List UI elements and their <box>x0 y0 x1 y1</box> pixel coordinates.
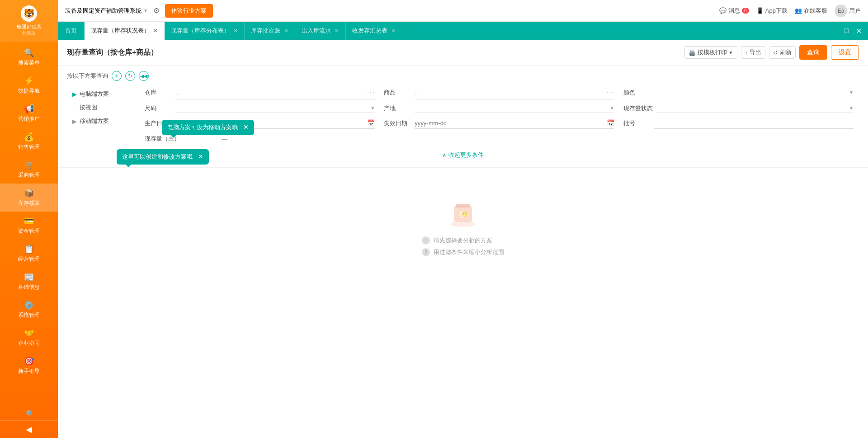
sidebar-item-finance[interactable]: 💳 资金管理 <box>0 212 58 240</box>
sidebar-item-purchase[interactable]: 🛒 采购管理 <box>0 155 58 184</box>
empty-steps: 1 请先选择要分析的方案 2 用过滤条件来缩小分析范围 <box>422 236 504 256</box>
sidebar-item-label: 营销推广 <box>18 115 40 123</box>
reset-btn[interactable]: 设置 <box>831 45 859 60</box>
search-icon: 🔍 <box>24 48 34 58</box>
tooltip-close-btn[interactable]: ✕ <box>243 123 249 131</box>
empty-illustration: 😶 <box>445 195 481 231</box>
dots-icon: ⋯ <box>606 87 614 97</box>
collapse-up-icon: ∧ <box>442 152 447 159</box>
tooltip-close-btn[interactable]: ✕ <box>198 153 203 160</box>
scheme-label: 电脑端方案 <box>80 90 109 98</box>
app-download-btn[interactable]: 📱 App下载 <box>756 7 788 15</box>
messages-btn[interactable]: 💬 消息 6 <box>719 7 749 15</box>
color-select[interactable]: ▼ <box>654 88 854 97</box>
warehouse-select[interactable]: ... ⋯ <box>175 85 375 99</box>
cooperation-icon: 🤝 <box>24 328 34 338</box>
sidebar-item-basic-info[interactable]: 📰 基础信息 <box>0 268 58 296</box>
user-btn[interactable]: Ea 用户 <box>835 5 861 17</box>
scheme-arrow-icon: ▶ <box>72 118 77 125</box>
tab-label: 现存量（库存分布表） <box>171 27 230 35</box>
tab-home[interactable]: 首页 <box>58 22 85 40</box>
scheme-item-mobile[interactable]: ▶ 移动端方案 <box>67 114 139 128</box>
support-btn[interactable]: 👥 在线客服 <box>795 7 827 15</box>
sidebar-item-label: 系统管理 <box>18 311 40 319</box>
query-btn[interactable]: 查询 <box>799 45 827 60</box>
sidebar-settings-btn[interactable]: ⚙️ <box>0 405 58 420</box>
header-actions: 💬 消息 6 📱 App下载 👥 在线客服 Ea 用户 <box>719 5 861 17</box>
collapse-icon: ◀ <box>26 424 32 434</box>
filter-section: 按以下方案查询 ＋ ↻ ◀◀ ▶ 电脑端方案 按视图 <box>58 66 868 168</box>
dots-icon: ⋯ <box>367 87 375 97</box>
tab-in-out-flow[interactable]: 出入库流水 ✕ <box>295 22 346 40</box>
scheme-sub-label: 按视图 <box>80 104 97 112</box>
sidebar-item-inventory[interactable]: 📦 库存核算 <box>0 184 58 212</box>
scheme-arrow-icon: ▶ <box>72 91 77 98</box>
filter-exp-date: 失效日期 📅 <box>384 118 614 129</box>
refresh-btn[interactable]: ↺ 刷新 <box>769 46 796 59</box>
print-btn[interactable]: 🖨️ 按模板打印 ▼ <box>684 46 737 59</box>
tab-inventory-dist[interactable]: 现存量（库存分布表） ✕ <box>165 22 245 40</box>
tab-close-icon[interactable]: ✕ <box>391 28 396 34</box>
sidebar-item-marketing[interactable]: 📢 营销推广 <box>0 99 58 127</box>
add-scheme-btn[interactable]: ＋ <box>112 71 122 81</box>
refresh-scheme-btn[interactable]: ↻ <box>125 71 135 81</box>
empty-step-1: 1 请先选择要分析的方案 <box>422 236 504 245</box>
page-container: 现存量查询（按仓库+商品） 🖨️ 按模板打印 ▼ ↑ 导出 ↺ 刷新 <box>58 40 868 438</box>
page-actions: 🖨️ 按模板打印 ▼ ↑ 导出 ↺ 刷新 查询 设置 <box>684 45 859 60</box>
tab-maximize-btn[interactable]: □ <box>841 25 851 37</box>
sidebar-item-quick-nav[interactable]: ⚡ 快捷导航 <box>0 71 58 99</box>
sidebar-item-system[interactable]: ⚙️ 系统管理 <box>0 296 58 324</box>
sidebar-item-management[interactable]: 📋 经营管理 <box>0 240 58 268</box>
filter-label: 按以下方案查询 <box>67 72 108 80</box>
basic-info-icon: 📰 <box>24 272 34 282</box>
tab-inventory-status[interactable]: 现存量（库存状况表） ✕ <box>85 22 165 40</box>
exp-date-input[interactable] <box>415 120 604 127</box>
phone-icon: 📱 <box>756 7 764 14</box>
svg-point-0 <box>450 221 476 227</box>
sidebar-item-label: 快捷导航 <box>18 87 40 95</box>
top-header: 装备及固定资产辅助管理系统 ▼ ⚙ 体验行业方案 💬 消息 6 📱 App下载 … <box>58 0 868 22</box>
batch-input[interactable] <box>654 118 854 129</box>
sidebar-item-cooperation[interactable]: 🤝 企业协同 <box>0 324 58 352</box>
filter-main: ▶ 电脑端方案 按视图 ▶ 移动端方案 <box>67 85 859 148</box>
sidebar-collapse-btn[interactable]: ◀ <box>0 420 58 438</box>
quick-nav-icon: ⚡ <box>24 76 34 86</box>
tab-close-all-btn[interactable]: ✕ <box>853 25 864 37</box>
sidebar-item-search[interactable]: 🔍 搜索菜单 <box>0 43 58 71</box>
scheme-sub-item[interactable]: 按视图 <box>67 101 139 114</box>
warehouse-label: 仓库 <box>145 89 172 97</box>
sidebar-item-guide[interactable]: 🎯 新手引导 <box>0 352 58 380</box>
settings-btn[interactable]: ⚙ <box>153 6 160 15</box>
settings-icon: ⚙️ <box>26 410 33 416</box>
stock-status-select[interactable]: ▼ <box>656 104 854 113</box>
tab-collect-summary[interactable]: 收发存汇总表 ✕ <box>346 22 402 40</box>
exp-date-label: 失效日期 <box>384 119 411 127</box>
experience-btn[interactable]: 体验行业方案 <box>165 4 213 18</box>
tab-label: 出入库流水 <box>302 27 331 35</box>
sidebar-item-label: 搜索菜单 <box>18 59 40 67</box>
tab-close-icon[interactable]: ✕ <box>153 28 158 34</box>
back-btn[interactable]: ◀◀ <box>139 71 149 81</box>
calendar-icon[interactable]: 📅 <box>607 119 614 127</box>
size-select[interactable]: ▼ <box>175 104 375 113</box>
tab-bar-end: － □ ✕ <box>827 22 868 40</box>
system-name-text: 装备及固定资产辅助管理系统 <box>65 7 142 15</box>
filter-row-2: 尺码 ▼ 产地 ▼ <box>145 104 854 113</box>
tab-close-icon[interactable]: ✕ <box>233 28 238 34</box>
origin-select[interactable]: ▼ <box>415 104 614 113</box>
tab-close-icon[interactable]: ✕ <box>335 28 339 34</box>
purchase-icon: 🛒 <box>24 160 34 170</box>
chevron-icon: ▼ <box>370 106 375 111</box>
tab-batch-account[interactable]: 库存批次账 ✕ <box>245 22 295 40</box>
scheme-item-pc[interactable]: ▶ 电脑端方案 <box>67 87 139 101</box>
scheme-panel: ▶ 电脑端方案 按视图 ▶ 移动端方案 <box>67 85 139 148</box>
system-name[interactable]: 装备及固定资产辅助管理系统 ▼ <box>65 7 148 15</box>
product-select[interactable]: ... ⋯ <box>415 85 614 99</box>
chevron-down-icon: ▼ <box>729 50 733 55</box>
calendar-icon[interactable]: 📅 <box>367 119 375 127</box>
sidebar-item-sales[interactable]: 💰 销售管理 <box>0 127 58 155</box>
tab-close-icon[interactable]: ✕ <box>284 28 288 34</box>
export-btn[interactable]: ↑ 导出 <box>741 46 766 59</box>
message-badge: 6 <box>742 8 749 14</box>
tab-minimize-btn[interactable]: － <box>827 24 840 38</box>
